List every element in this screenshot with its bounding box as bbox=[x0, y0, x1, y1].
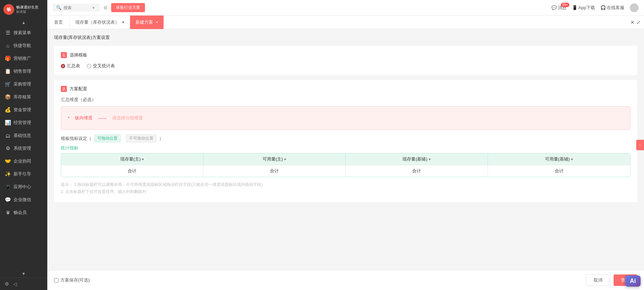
step2-card: 2 方案配置 汇总维度（必选） * 纵向维度 —— 请选择分组维度 模板指标设定… bbox=[54, 80, 637, 202]
sidebar-item-basic-info[interactable]: 🗂 基础信息 bbox=[0, 129, 47, 142]
app-name: 畅康通好生意 bbox=[16, 5, 39, 9]
col-summary-4: 合计 bbox=[488, 165, 630, 177]
sidebar-label-cooperation: 企业协同 bbox=[14, 158, 31, 164]
speaker-button[interactable]: ◁ bbox=[13, 281, 17, 287]
sales-icon: 📋 bbox=[5, 68, 11, 74]
radio-summary-label: 汇总表 bbox=[67, 63, 80, 69]
sidebar-scroll-up[interactable]: ▲ bbox=[0, 19, 47, 26]
sidebar-item-finance[interactable]: 💰 资金管理 bbox=[0, 103, 47, 116]
tab-close-window[interactable]: ✕ bbox=[630, 20, 635, 25]
sidebar-label-guide: 新手引导 bbox=[14, 171, 31, 177]
stats-title: 统计指标 bbox=[61, 145, 630, 151]
sidebar-item-sales[interactable]: 📋 销售管理 bbox=[0, 65, 47, 78]
step1-header: 1 选择模板 bbox=[61, 52, 630, 58]
dim-arrow-icon: —— bbox=[98, 116, 107, 121]
tab-home-label: 首页 bbox=[54, 19, 63, 25]
search-icon: 🔍 bbox=[56, 5, 61, 10]
sidebar-item-operations[interactable]: 📊 经营管理 bbox=[0, 116, 47, 129]
col-header-2[interactable]: 可用量(主) ▾ bbox=[203, 153, 346, 165]
right-tab-handle[interactable]: ＞ bbox=[636, 140, 644, 150]
message-icon: 💬 bbox=[551, 5, 557, 10]
app-download-button[interactable]: 📱 App下载 bbox=[572, 5, 595, 11]
topbar: 🔍 ▾ ⚙ 体验行业方案 💬 消息 99+ 📱 App下载 🎧 在线客服 bbox=[47, 0, 644, 16]
search-menu-icon: ☰ bbox=[5, 30, 11, 36]
marketing-icon: 🎁 bbox=[5, 55, 11, 62]
app-center-icon: 📱 bbox=[5, 184, 11, 190]
logo-icon: 畅 bbox=[3, 4, 14, 15]
inventory-icon: 📦 bbox=[5, 94, 11, 100]
purchase-icon: 🛒 bbox=[5, 81, 11, 87]
indicator-config: 模板指标设定（ 可拖动位置 不可拖动位置 ） 统计指标 现存量(主) ▾ 可用 bbox=[61, 135, 630, 177]
sidebar-item-app-center[interactable]: 📱 应用中心 bbox=[0, 180, 47, 193]
tab-new-scheme-close[interactable]: × bbox=[154, 20, 158, 24]
radio-cross-input[interactable] bbox=[87, 64, 91, 68]
step1-title: 选择模板 bbox=[70, 52, 87, 58]
sidebar-item-guide[interactable]: ✨ 新手引导 bbox=[0, 168, 47, 180]
tab-actions: ✕ ⤢ bbox=[630, 20, 644, 25]
sidebar-item-system[interactable]: ⚙ 系统管理 bbox=[0, 142, 47, 155]
tip-1: 提示： 1.拖动标题栏可以调整布局，不可跨维度或指标区域拖动栏目字段(只能在同一… bbox=[61, 182, 630, 188]
col-header-4[interactable]: 可用量(基辅) ▾ bbox=[488, 153, 630, 165]
sidebar-label-search-menu: 搜索菜单 bbox=[14, 30, 31, 36]
settings-button[interactable]: ⚙ bbox=[5, 281, 9, 287]
radio-cross[interactable]: 交叉统计表 bbox=[87, 63, 115, 69]
cancel-button[interactable]: 取消 bbox=[586, 274, 610, 286]
sidebar-item-marketing[interactable]: 🎁 营销推广 bbox=[0, 52, 47, 65]
headset-icon: 🎧 bbox=[600, 5, 606, 10]
tab-expand[interactable]: ⤢ bbox=[637, 20, 641, 25]
save-label: 方案保存(可选) bbox=[60, 277, 90, 283]
message-badge: 99+ bbox=[561, 3, 569, 7]
search-input[interactable] bbox=[64, 5, 91, 10]
trial-button[interactable]: 体验行业方案 bbox=[111, 3, 145, 12]
sidebar-item-quick-nav[interactable]: ⌂ 快捷导航 bbox=[0, 39, 47, 52]
sidebar-item-enterprise-wechat[interactable]: 💬 企业微信 bbox=[0, 193, 47, 206]
vertical-dim-label: 纵向维度 bbox=[75, 115, 93, 121]
dim-selector[interactable]: * 纵向维度 —— 请选择分组维度 bbox=[61, 106, 630, 130]
sidebar-label-basic-info: 基础信息 bbox=[14, 132, 31, 139]
tab-home[interactable]: 首页 bbox=[47, 16, 70, 29]
service-button[interactable]: 🎧 在线客服 bbox=[600, 5, 624, 11]
col-label-2: 可用量(主) bbox=[263, 156, 283, 162]
sidebar-item-cooperation[interactable]: 🤝 企业协同 bbox=[0, 155, 47, 168]
topbar-right: 💬 消息 99+ 📱 App下载 🎧 在线客服 bbox=[551, 3, 639, 12]
app-version: 标准版 bbox=[16, 9, 39, 14]
sidebar-label-enterprise-wechat: 企业微信 bbox=[14, 197, 31, 203]
sidebar-label-app-center: 应用中心 bbox=[14, 184, 31, 190]
required-mark: * bbox=[68, 116, 70, 121]
guide-icon: ✨ bbox=[5, 171, 11, 177]
search-box[interactable]: 🔍 ▾ bbox=[53, 4, 100, 11]
search-chevron-icon: ▾ bbox=[93, 5, 95, 10]
col-header-3[interactable]: 现存量(基辅) ▾ bbox=[346, 153, 488, 165]
gear-icon[interactable]: ⚙ bbox=[103, 5, 108, 10]
sidebar-item-vip[interactable]: ♛ 畅会员 bbox=[0, 206, 47, 219]
summary-dim-label: 汇总维度（必选） bbox=[61, 97, 630, 103]
radio-summary[interactable]: 汇总表 bbox=[61, 63, 80, 69]
radio-summary-input[interactable] bbox=[61, 64, 65, 68]
sidebar-label-sales: 销售管理 bbox=[14, 68, 31, 74]
sidebar-scroll-down[interactable]: ▼ bbox=[0, 270, 47, 277]
page-title: 现存量(库存状况表)方案设置 bbox=[54, 34, 637, 41]
sidebar-label-vip: 畅会员 bbox=[14, 210, 27, 216]
tab-inventory-close[interactable]: × bbox=[121, 20, 124, 24]
tab-inventory-status[interactable]: 现存量（库存状况表） × bbox=[70, 16, 130, 29]
stats-table-body: 合计 合计 合计 合计 bbox=[61, 165, 630, 177]
sidebar-item-search-menu[interactable]: ☰ 搜索菜单 bbox=[0, 26, 47, 39]
ai-fab-button[interactable]: Ai bbox=[625, 275, 641, 287]
sidebar-label-operations: 经营管理 bbox=[14, 120, 31, 126]
col-header-1[interactable]: 现存量(主) ▾ bbox=[61, 153, 203, 165]
avatar[interactable] bbox=[630, 3, 639, 12]
save-checkbox-input[interactable] bbox=[54, 278, 58, 283]
chevron-down-icon-1: ▾ bbox=[142, 157, 144, 162]
message-button[interactable]: 💬 消息 99+ bbox=[551, 5, 567, 11]
stats-table: 现存量(主) ▾ 可用量(主) ▾ 现存量(基辅) ▾ 可用量(基辅) bbox=[61, 153, 630, 177]
sidebar-item-inventory[interactable]: 📦 库存核算 bbox=[0, 91, 47, 103]
dim-placeholder: 请选择分组维度 bbox=[112, 115, 143, 121]
radio-cross-label: 交叉统计表 bbox=[93, 63, 115, 69]
tab-new-scheme[interactable]: 新建方案 × bbox=[130, 16, 164, 29]
save-checkbox[interactable]: 方案保存(可选) bbox=[54, 277, 90, 283]
sidebar-item-purchase[interactable]: 🛒 采购管理 bbox=[0, 78, 47, 91]
sidebar-bottom: ⚙ ◁ bbox=[0, 277, 47, 290]
vip-icon: ♛ bbox=[5, 210, 11, 216]
app-download-label: App下载 bbox=[578, 5, 595, 11]
indicator-close: ） bbox=[159, 136, 164, 142]
